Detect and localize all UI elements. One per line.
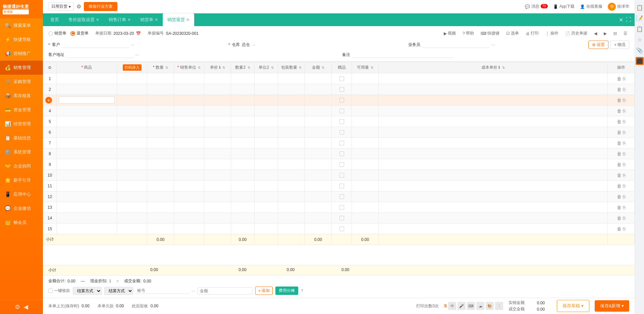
gift-checkbox[interactable] (339, 130, 344, 135)
delete-icon[interactable]: 🗑 (617, 183, 622, 189)
sidebar-item-basic[interactable]: 📋 基础信息 (0, 131, 43, 145)
topbar-gear-icon[interactable]: ⚙ (76, 3, 81, 10)
settings-btn[interactable]: ⚙ 设置 (588, 41, 608, 49)
sidebar-item-wechat[interactable]: 💬 企业微信 (0, 201, 43, 215)
cell-product[interactable] (57, 191, 117, 202)
tab-close-icon[interactable]: ✕ (127, 17, 131, 22)
ime-cloud[interactable]: ☁ (476, 302, 484, 310)
delete-icon[interactable]: 🗑 (617, 140, 622, 146)
gift-checkbox[interactable] (339, 109, 344, 113)
copy-icon[interactable]: ⎘ (623, 87, 626, 92)
sidebar-item-operations[interactable]: 📊 经营管理 (0, 117, 43, 131)
settlement-select[interactable]: 结算方式 (73, 287, 102, 295)
info-icon[interactable]: ℹ (109, 278, 111, 284)
barcode-btn[interactable]: 扫码录入 (123, 64, 142, 71)
cell-product[interactable] (57, 148, 117, 159)
next-btn[interactable]: ▶ (602, 30, 609, 37)
delete-icon[interactable]: 🗑 (617, 98, 622, 103)
online-service-item[interactable]: 👤 在线客服 (580, 4, 602, 9)
right-panel-btn2[interactable]: 📝 (636, 14, 644, 22)
user-item[interactable]: 华 徐泽华 (608, 3, 629, 11)
warehouse-more-icon[interactable]: ··· (252, 43, 255, 47)
payment-amount-input[interactable] (198, 287, 253, 295)
one-click-payment-checkbox[interactable]: 一键收款 (48, 288, 70, 294)
tab-close-icon[interactable]: ✕ (155, 17, 158, 22)
cell-product[interactable] (57, 116, 117, 127)
logistics-btn[interactable]: + 物流 (610, 41, 629, 49)
ime-zh[interactable]: 中 (448, 302, 456, 310)
salesperson-more-icon[interactable]: ··· (491, 43, 495, 47)
sidebar-item-purchase[interactable]: 🛒 采购管理 (0, 75, 43, 89)
history-btn[interactable]: 📄 历史单据 (563, 29, 589, 37)
video-btn[interactable]: ▶ 视频 (442, 29, 458, 37)
tab-price-settings[interactable]: 售价提取设置 ✕ (64, 13, 104, 26)
sidebar-item-apps[interactable]: 📱 应用中心 (0, 187, 43, 201)
cell-product[interactable] (57, 159, 117, 170)
sidebar-item-shortcut[interactable]: ⚡ 快捷导航 (0, 33, 43, 47)
remark-input[interactable] (352, 52, 453, 58)
calc-select[interactable]: 结算方式 (104, 287, 133, 295)
delete-icon[interactable]: 🗑 (617, 194, 622, 199)
delete-icon[interactable]: 🗑 (617, 130, 622, 135)
help-circle-icon[interactable]: ? (301, 289, 303, 293)
cell-product[interactable] (57, 95, 117, 106)
select-btn[interactable]: ☑ 选单 (504, 29, 521, 37)
expand-icon[interactable]: ⛶ (625, 16, 632, 24)
customer-more-icon[interactable]: ··· (131, 43, 135, 47)
right-panel-btn5[interactable]: 📎 (636, 46, 644, 54)
delete-icon[interactable]: 🗑 (617, 119, 622, 124)
right-panel-btn1[interactable]: 📋 (636, 3, 644, 11)
delete-icon[interactable]: 🗑 (617, 108, 622, 114)
delete-icon[interactable]: 🗑 (617, 162, 622, 167)
copy-icon[interactable]: ⎘ (623, 205, 626, 210)
cell-product[interactable] (57, 127, 117, 138)
sidebar-item-enterprise[interactable]: 🤝 企业协同 (0, 159, 43, 173)
copy-icon[interactable]: ⎘ (623, 151, 626, 156)
copy-icon[interactable]: ⎘ (623, 173, 626, 178)
cell-product[interactable] (57, 170, 117, 181)
tab-sales-invoice[interactable]: 销货单 ✕ (136, 13, 163, 26)
salesperson-input[interactable] (422, 42, 489, 48)
gift-checkbox[interactable] (339, 227, 344, 231)
delete-icon[interactable]: 🗑 (617, 76, 622, 81)
copy-icon[interactable]: ⎘ (623, 215, 626, 221)
experience-button[interactable]: 体验行业方案 (84, 2, 117, 11)
add-row-btn[interactable]: + (45, 97, 52, 104)
th-gear[interactable]: ⚙ (43, 62, 57, 73)
address-input[interactable] (66, 52, 133, 58)
gift-checkbox[interactable] (339, 119, 344, 124)
cell-product[interactable] (57, 73, 117, 84)
radio-sale[interactable]: 销货单 (48, 30, 66, 36)
gift-checkbox[interactable] (339, 194, 344, 199)
account-input[interactable] (136, 288, 189, 294)
gift-checkbox[interactable] (339, 87, 344, 92)
ime-more[interactable]: ⋮ (495, 302, 503, 310)
copy-icon[interactable]: ⎘ (623, 98, 626, 103)
list-view-btn[interactable]: ☰ (622, 30, 629, 37)
delete-icon[interactable]: 🗑 (617, 173, 622, 178)
delete-icon[interactable]: 🗑 (617, 226, 622, 232)
delete-icon[interactable]: 🗑 (617, 87, 622, 92)
fenyong-button[interactable]: 费用分摊 (275, 287, 298, 295)
sidebar-item-member[interactable]: 👑 畅会员 (0, 215, 43, 230)
product-input[interactable] (59, 97, 115, 104)
cell-product[interactable] (57, 202, 117, 213)
copy-icon[interactable]: ⎘ (623, 194, 626, 199)
gift-checkbox[interactable] (339, 98, 344, 103)
gift-checkbox[interactable] (339, 173, 344, 178)
gift-checkbox[interactable] (339, 151, 344, 156)
sidebar-item-system[interactable]: ⚙️ 系统管理 (0, 145, 43, 159)
draft-button[interactable]: 保存草稿 ▾ (557, 300, 589, 312)
delete-icon[interactable]: 🗑 (617, 215, 622, 221)
tab-sales-order[interactable]: 销售订单 ✕ (104, 13, 136, 26)
ime-skin[interactable]: 🎨 (486, 302, 494, 310)
right-panel-btn4[interactable]: ☆ (636, 36, 644, 44)
sidebar-item-search[interactable]: 🔍 搜索菜单 (0, 18, 43, 33)
notification-item[interactable]: 💬 消息 70 (525, 4, 548, 9)
account-more-icon[interactable]: ··· (192, 289, 195, 293)
copy-icon[interactable]: ⎘ (623, 76, 626, 81)
gift-checkbox[interactable] (339, 216, 344, 221)
right-panel-btn3[interactable]: 📋 (636, 25, 644, 33)
shortcut-btn[interactable]: ⌨ 快捷键 (479, 29, 501, 37)
sidebar-item-inventory[interactable]: 📦 库存核算 (0, 89, 43, 103)
